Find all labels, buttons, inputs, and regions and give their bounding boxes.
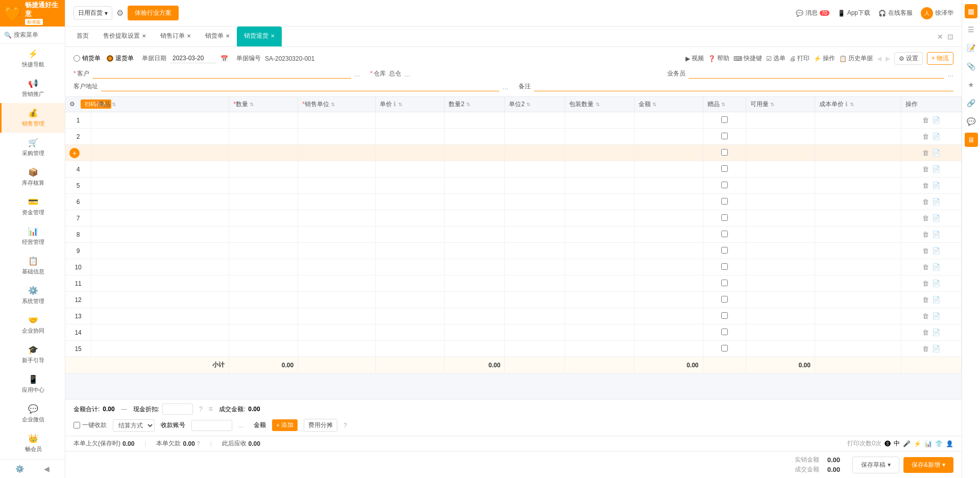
sales-unit-cell[interactable]	[298, 145, 376, 161]
cost-price-cell[interactable]	[815, 145, 901, 161]
sales-unit-cell[interactable]	[298, 227, 376, 243]
copy-icon[interactable]: 📄	[932, 149, 940, 157]
cost-price-cell[interactable]	[815, 194, 901, 210]
gift-checkbox[interactable]	[721, 149, 728, 156]
gift-checkbox[interactable]	[721, 133, 728, 139]
delete-icon[interactable]: 🗑	[922, 214, 929, 222]
collapse-icon[interactable]: ◀	[44, 465, 50, 473]
unit-price-cell[interactable]	[376, 194, 445, 210]
sales-unit-cell[interactable]	[298, 324, 376, 341]
sales-unit-cell[interactable]	[298, 259, 376, 275]
qty-cell[interactable]	[229, 308, 298, 324]
qty-cell[interactable]	[229, 178, 298, 194]
cost-price-cell[interactable]	[815, 308, 901, 324]
sidebar-item-basics[interactable]: 📋基础信息	[0, 251, 65, 281]
delete-icon[interactable]: 🗑	[922, 247, 929, 255]
sidebar-search-item[interactable]: 🔍 搜索菜单	[0, 27, 65, 44]
gift-checkbox-cell[interactable]	[703, 161, 746, 178]
available-cell[interactable]	[746, 259, 815, 275]
product-input[interactable]	[95, 280, 225, 287]
product-cell[interactable]	[91, 194, 229, 210]
up-sort-icon[interactable]: ⇅	[398, 102, 402, 107]
copy-icon[interactable]: 📄	[932, 345, 940, 353]
qty-cell[interactable]	[229, 194, 298, 210]
expense-help-icon[interactable]: ?	[344, 422, 347, 429]
unit-price-cell[interactable]	[376, 178, 445, 194]
qty-cell[interactable]	[229, 227, 298, 243]
tab-close-price-setting[interactable]: ✕	[142, 33, 146, 39]
qty2-cell[interactable]	[445, 227, 505, 243]
online-service-btn[interactable]: 🎧 在线客服	[878, 9, 913, 17]
star-icon[interactable]: ★	[965, 78, 977, 92]
toolbar-icon-3[interactable]: 🎤	[903, 440, 911, 447]
unit2-cell[interactable]	[505, 161, 565, 178]
calendar-icon[interactable]: 📅	[220, 55, 228, 62]
gift-checkbox-cell[interactable]	[703, 178, 746, 194]
pkg-qty-cell[interactable]	[565, 259, 634, 275]
product-input[interactable]	[95, 166, 225, 173]
product-cell[interactable]	[91, 324, 229, 341]
qty2-cell[interactable]	[445, 210, 505, 227]
available-cell[interactable]	[746, 341, 815, 357]
gift-checkbox-cell[interactable]	[703, 259, 746, 275]
unit-price-cell[interactable]	[376, 259, 445, 275]
gear-icon[interactable]: ⚙	[69, 100, 75, 108]
debit-help-icon[interactable]: ?	[197, 441, 200, 446]
available-cell[interactable]	[746, 243, 815, 259]
pkg-qty-cell[interactable]	[565, 227, 634, 243]
copy-icon[interactable]: 📄	[932, 165, 940, 173]
gift-checkbox[interactable]	[721, 198, 728, 205]
cost-price-cell[interactable]	[815, 178, 901, 194]
unit2-cell[interactable]	[505, 210, 565, 227]
user-avatar[interactable]: 人 徐泽华	[921, 7, 953, 19]
available-cell[interactable]	[746, 308, 815, 324]
delete-icon[interactable]: 🗑	[922, 329, 929, 336]
amount-cell[interactable]	[634, 324, 703, 341]
sidebar-item-purchase[interactable]: 🛒采购管理	[0, 133, 65, 162]
tab-home[interactable]: 首页	[69, 27, 96, 46]
tab-close-sales-delivery[interactable]: ✕	[226, 33, 230, 39]
product-cell[interactable]	[91, 341, 229, 357]
cost-price-cell[interactable]	[815, 324, 901, 341]
available-cell[interactable]	[746, 194, 815, 210]
copy-icon[interactable]: 📄	[932, 329, 940, 336]
unit2-cell[interactable]	[505, 243, 565, 259]
unit-price-cell[interactable]	[376, 112, 445, 129]
product-input[interactable]	[95, 231, 225, 238]
gift-checkbox-cell[interactable]	[703, 145, 746, 161]
unit-price-cell[interactable]	[376, 275, 445, 292]
unit2-cell[interactable]	[505, 324, 565, 341]
screen-icon[interactable]: 🖥	[965, 133, 978, 147]
chat-icon[interactable]: 💬	[964, 114, 978, 129]
close-tab-icon[interactable]: ✕	[937, 33, 943, 41]
gift-checkbox[interactable]	[721, 247, 728, 254]
qty2-cell[interactable]	[445, 292, 505, 308]
cost-price-cell[interactable]	[815, 275, 901, 292]
cp-sort-icon[interactable]: ⇅	[850, 102, 854, 107]
copy-icon[interactable]: 📄	[932, 214, 940, 222]
amount-cell[interactable]	[634, 292, 703, 308]
address-input[interactable]	[101, 82, 499, 91]
qty-cell[interactable]	[229, 324, 298, 341]
gift-sort-icon[interactable]: ⇅	[721, 102, 725, 107]
messages-btn[interactable]: 💬 消息 70	[796, 9, 829, 17]
sales-unit-cell[interactable]	[298, 275, 376, 292]
sidebar-item-corp[interactable]: 🤝企业协同	[0, 310, 65, 340]
pkg-qty-cell[interactable]	[565, 112, 634, 129]
tab-sales-delivery[interactable]: 销货单✕	[198, 27, 237, 46]
gift-checkbox[interactable]	[721, 345, 728, 351]
product-input[interactable]	[95, 264, 225, 271]
pkg-qty-cell[interactable]	[565, 275, 634, 292]
toolbar-icon-6[interactable]: 👕	[935, 440, 943, 447]
delete-icon[interactable]: 🗑	[922, 198, 929, 206]
gift-checkbox[interactable]	[721, 182, 728, 188]
unit-price-cell[interactable]	[376, 210, 445, 227]
address-select-dots[interactable]: ...	[502, 83, 508, 91]
amount-cell[interactable]	[634, 129, 703, 145]
amount-cell[interactable]	[634, 227, 703, 243]
gift-checkbox[interactable]	[721, 116, 728, 123]
sale-radio[interactable]: 销货单	[74, 54, 101, 63]
gift-checkbox[interactable]	[721, 329, 728, 335]
qty2-cell[interactable]	[445, 259, 505, 275]
available-cell[interactable]	[746, 112, 815, 129]
